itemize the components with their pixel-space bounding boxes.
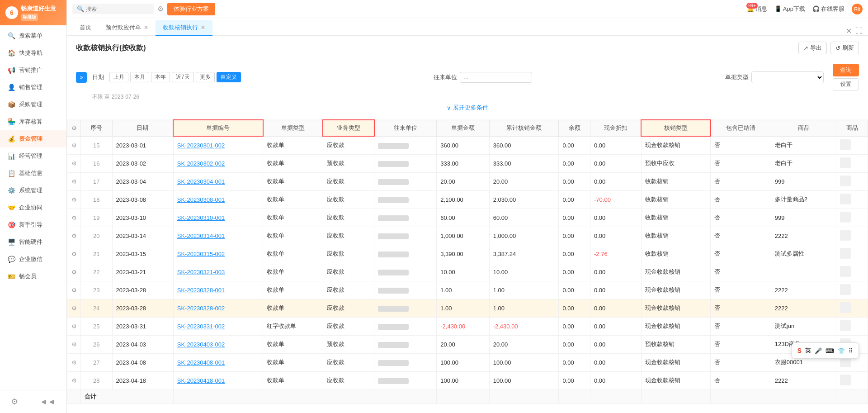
table-row[interactable]: ⚙ 19 2023-03-10 SK-20230310-001 收款单 应收款 … — [67, 209, 868, 227]
table-row[interactable]: ⚙ 21 2023-03-15 SK-20230315-002 收款单 应收款 … — [67, 245, 868, 263]
table-row[interactable]: ⚙ 18 2023-03-08 SK-20230308-001 收款单 应收款 … — [67, 190, 868, 209]
table-row[interactable]: ⚙ 15 2023-03-01 SK-20230301-002 收款单 应收款 … — [67, 136, 868, 154]
row-gear[interactable]: ⚙ — [67, 353, 81, 371]
row-amount: 1.00 — [437, 281, 489, 299]
row-order-no[interactable]: SK-20230328-001 — [173, 281, 263, 299]
sidebar-item-operations[interactable]: 📊 经营管理 — [0, 147, 66, 165]
sidebar-item-search[interactable]: 🔍 搜索菜单 — [0, 27, 66, 44]
user-avatar[interactable]: Rit — [852, 4, 863, 14]
row-order-no[interactable]: SK-20230418-001 — [173, 371, 263, 389]
query-button[interactable]: 查询 — [833, 64, 859, 76]
solution-button[interactable]: 体验行业方案 — [167, 3, 215, 15]
row-order-no[interactable]: SK-20230321-003 — [173, 263, 263, 281]
sidebar-item-hardware[interactable]: 🖥️ 智能硬件 — [0, 233, 66, 251]
row-order-no[interactable]: SK-20230403-002 — [173, 335, 263, 353]
ime-shirt-icon[interactable]: 👕 — [838, 347, 845, 354]
tab-receipt-close[interactable]: ✕ — [201, 24, 205, 31]
sidebar-item-vip[interactable]: 🎫 畅会员 — [0, 268, 66, 285]
date-curr-month-btn[interactable]: 本月 — [130, 72, 149, 82]
settings-bottom-icon[interactable]: ⚙ — [7, 395, 22, 408]
row-order-no[interactable]: SK-20230304-001 — [173, 172, 263, 190]
table-row[interactable]: ⚙ 16 2023-03-02 SK-20230302-002 收款单 预收款 … — [67, 154, 868, 172]
tab-fullscreen-icon[interactable]: ⛶ — [855, 27, 863, 35]
sidebar-item-marketing[interactable]: 📢 营销推广 — [0, 62, 66, 79]
app-download-action[interactable]: 📱 App下载 — [774, 5, 805, 13]
row-gear[interactable]: ⚙ — [67, 263, 81, 281]
sidebar-item-wechat[interactable]: 💬 企业微信 — [0, 251, 66, 268]
filter-row-1: » 日期 上月 本月 本年 近7天 更多 自定义 往来单位 单据类型 收款单 — [76, 64, 859, 90]
row-order-no[interactable]: SK-20230308-001 — [173, 190, 263, 209]
ime-more-icon[interactable]: ⠿ — [849, 347, 853, 354]
row-gear[interactable]: ⚙ — [67, 371, 81, 389]
row-order-no[interactable]: SK-20230302-002 — [173, 154, 263, 172]
row-gear[interactable]: ⚙ — [67, 190, 81, 209]
row-balance: 0.00 — [559, 136, 590, 154]
refresh-button[interactable]: ↺ 刷新 — [830, 42, 859, 54]
sidebar-item-purchase[interactable]: 📦 采购管理 — [0, 96, 66, 113]
row-order-no[interactable]: SK-20230331-002 — [173, 317, 263, 335]
topbar-search-input[interactable] — [86, 6, 140, 12]
message-action[interactable]: 🔔 99+ 消息 — [747, 5, 767, 13]
tab-close-all-icon[interactable]: ✕ — [846, 27, 852, 35]
row-order-no[interactable]: SK-20230301-002 — [173, 136, 263, 154]
row-gear[interactable]: ⚙ — [67, 154, 81, 172]
table-row[interactable]: ⚙ 17 2023-03-04 SK-20230304-001 收款单 应收款 … — [67, 172, 868, 190]
topbar-gear-icon[interactable]: ⚙ — [157, 5, 164, 13]
row-gear[interactable]: ⚙ — [67, 299, 81, 317]
sidebar-item-inventory[interactable]: 🏪 库存核算 — [0, 113, 66, 130]
row-gear[interactable]: ⚙ — [67, 245, 81, 263]
online-service-action[interactable]: 🎧 在线客服 — [812, 5, 844, 13]
table-row[interactable]: ⚙ 23 2023-03-28 SK-20230328-001 收款单 应收款 … — [67, 281, 868, 299]
table-row[interactable]: ⚙ 24 2023-03-28 SK-20230328-002 收款单 应收款 … — [67, 299, 868, 317]
th-gear[interactable]: ⚙ — [67, 120, 81, 136]
sidebar-item-finance[interactable]: 💰 资金管理 — [0, 130, 66, 147]
ime-keyboard-icon[interactable]: ⌨ — [826, 347, 834, 354]
row-gear[interactable]: ⚙ — [67, 136, 81, 154]
row-gear[interactable]: ⚙ — [67, 335, 81, 353]
row-biz-type: 应收款 — [323, 317, 374, 335]
tab-prepay[interactable]: 预付款应付单 ✕ — [99, 20, 156, 36]
table-row[interactable]: ⚙ 22 2023-03-21 SK-20230321-003 收款单 应收款 … — [67, 263, 868, 281]
date-year-btn[interactable]: 本年 — [151, 72, 170, 82]
row-gear[interactable]: ⚙ — [67, 317, 81, 335]
row-order-no[interactable]: SK-20230310-001 — [173, 209, 263, 227]
sidebar-item-guide[interactable]: 🎯 新手引导 — [0, 216, 66, 233]
row-product: 999 — [771, 172, 836, 190]
date-custom-btn[interactable]: 自定义 — [217, 72, 241, 82]
tab-home[interactable]: 首页 — [72, 20, 99, 36]
row-gear[interactable]: ⚙ — [67, 227, 81, 245]
table-row[interactable]: ⚙ 27 2023-04-08 SK-20230408-001 收款单 应收款 … — [67, 353, 868, 371]
voucher-type-select[interactable]: 收款单 红字收款单 — [751, 71, 824, 83]
party-filter-input[interactable] — [460, 72, 532, 83]
date-7days-btn[interactable]: 近7天 — [172, 72, 194, 82]
collapse-sidebar-icon[interactable]: ◄◄ — [36, 395, 60, 408]
row-order-no[interactable]: SK-20230315-002 — [173, 245, 263, 263]
table-row[interactable]: ⚙ 25 2023-03-31 SK-20230331-002 红字收款单 应收… — [67, 317, 868, 335]
date-more-btn[interactable]: 更多 — [196, 72, 215, 82]
sidebar-item-corp[interactable]: 🤝 企业协同 — [0, 199, 66, 216]
table-row[interactable]: ⚙ 28 2023-04-18 SK-20230418-001 收款单 应收款 … — [67, 371, 868, 389]
row-gear[interactable]: ⚙ — [67, 172, 81, 190]
row-order-no[interactable]: SK-20230408-001 — [173, 353, 263, 371]
row-order-no[interactable]: SK-20230314-001 — [173, 227, 263, 245]
table-row[interactable]: ⚙ 20 2023-03-14 SK-20230314-001 收款单 应收款 … — [67, 227, 868, 245]
row-acc-amount: 3,387.24 — [489, 245, 559, 263]
settings-button[interactable]: 设置 — [833, 78, 859, 90]
row-num: 21 — [81, 245, 113, 263]
row-order-no[interactable]: SK-20230328-002 — [173, 299, 263, 317]
date-prev-month-btn[interactable]: 上月 — [109, 72, 128, 82]
filter-collapse-button[interactable]: » — [76, 72, 87, 83]
sidebar-item-shortcuts[interactable]: 🏠 快捷导航 — [0, 44, 66, 62]
ime-mic-icon[interactable]: 🎤 — [815, 347, 822, 354]
row-gear[interactable]: ⚙ — [67, 209, 81, 227]
row-gear[interactable]: ⚙ — [67, 281, 81, 299]
export-button[interactable]: ↗ 导出 — [798, 42, 827, 54]
table-row[interactable]: ⚙ 26 2023-04-03 SK-20230403-002 收款单 预收款 … — [67, 335, 868, 353]
sidebar-item-basic[interactable]: 📋 基础信息 — [0, 165, 66, 182]
sidebar-item-system[interactable]: ⚙️ 系统管理 — [0, 182, 66, 199]
date-filter-label: 日期 — [92, 73, 104, 81]
tab-prepay-close[interactable]: ✕ — [144, 24, 148, 31]
tab-receipt[interactable]: 收款核销执行 ✕ — [156, 20, 212, 36]
sidebar-item-sales[interactable]: 👤 销售管理 — [0, 79, 66, 96]
expand-more-bar[interactable]: ∨ 展开更多条件 — [76, 101, 859, 114]
